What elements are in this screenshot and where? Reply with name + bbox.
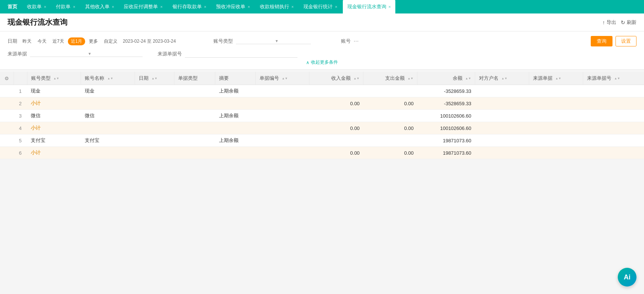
row-doc-type — [174, 122, 215, 134]
account-label: 账号 — [341, 38, 351, 45]
collapse-label: 收起更多条件 — [311, 59, 338, 66]
row-doc-num — [255, 134, 309, 147]
sort-expense-icon[interactable]: ▲▼ — [407, 77, 413, 80]
close-tab-bank-deposit-icon[interactable]: × — [204, 4, 206, 9]
nav-tab-adjustment[interactable]: 应收应付调整单 × — [119, 0, 167, 13]
nav-tab-stats[interactable]: 现金银行统计 × — [299, 0, 342, 13]
nav-tab-verify[interactable]: 收款核销执行 × — [255, 0, 298, 13]
row-summary: 上期余额 — [215, 134, 255, 147]
source-doc-arrow-icon: ▼ — [86, 51, 143, 57]
close-tab-adjustment-icon[interactable]: × — [160, 4, 162, 9]
row-date — [135, 110, 174, 122]
col-income: 收入金额 ▲▼ — [309, 72, 363, 85]
nav-home[interactable]: 首页 — [3, 0, 22, 13]
nav-tab-advance[interactable]: 预收冲应收单 × — [212, 0, 254, 13]
row-account-type: 小计 — [27, 122, 81, 134]
collapse-bar[interactable]: ∧ 收起更多条件 — [8, 58, 636, 66]
table-area: ⚙ 账号类型 ▲▼ 账号名称 ▲▼ 日期 ▲▼ 单据类型 摘要 单 — [0, 72, 644, 159]
account-type-select[interactable]: ▼ — [236, 38, 311, 44]
table-row: 4 小计 0.00 0.00 100102606.60 — [0, 122, 644, 134]
row-income: 0.00 — [309, 147, 363, 159]
nav-tab-other-income[interactable]: 其他收入单 × — [81, 0, 119, 13]
source-doc-num-label: 来源单据号 — [158, 51, 182, 57]
sort-doc-num-icon[interactable]: ▲▼ — [282, 77, 288, 80]
col-counterpart: 对方户名 ▲▼ — [475, 72, 529, 85]
row-index: 1 — [14, 85, 27, 97]
filter-row-2: 来源单据 ▼ 来源单据号 — [8, 50, 636, 58]
account-dots-icon[interactable]: ··· — [354, 38, 359, 45]
close-tab-fukuan-icon[interactable]: × — [73, 4, 75, 9]
row-source-doc — [529, 97, 583, 110]
date-btn-more[interactable]: 更多 — [87, 37, 100, 45]
source-doc-select[interactable]: ▼ — [30, 51, 143, 57]
source-doc-num-filter: 来源单据号 — [158, 50, 297, 58]
row-doc-type — [174, 110, 215, 122]
row-doc-num — [255, 147, 309, 159]
col-balance: 余额 ▲▼ — [417, 72, 475, 85]
account-type-label: 账号类型 — [213, 38, 233, 45]
row-account-name — [81, 147, 135, 159]
row-summary — [215, 122, 255, 134]
row-doc-type — [174, 97, 215, 110]
nav-tab-shokuan[interactable]: 收款单 × — [23, 0, 51, 13]
sort-income-icon[interactable]: ▲▼ — [354, 77, 360, 80]
date-btn-7days[interactable]: 近7天 — [50, 37, 66, 45]
sort-date-icon[interactable]: ▲▼ — [152, 77, 158, 80]
sort-counterpart-icon[interactable]: ▲▼ — [501, 77, 507, 80]
close-tab-other-income-icon[interactable]: × — [112, 4, 114, 9]
page-header: 现金银行流水查询 ↑ 导出 ↻ 刷新 — [0, 13, 644, 31]
row-gear — [0, 85, 14, 97]
settings-button[interactable]: 设置 — [615, 36, 636, 46]
row-source-doc-num — [583, 134, 644, 147]
sort-balance-icon[interactable]: ▲▼ — [465, 77, 471, 80]
table-row: 3 微信 微信 上期余额 100102606.60 — [0, 110, 644, 122]
nav-tab-fukuan[interactable]: 付款单 × — [51, 0, 80, 13]
row-index: 4 — [14, 122, 27, 134]
row-date — [135, 85, 174, 97]
nav-tab-bank-deposit[interactable]: 银行存取款单 × — [168, 0, 211, 13]
row-counterpart — [475, 97, 529, 110]
nav-tab-cashflow[interactable]: 现金银行流水查询 × — [343, 0, 395, 13]
query-button[interactable]: 查询 — [591, 36, 612, 46]
sort-source-doc-num-icon[interactable]: ▲▼ — [614, 77, 620, 80]
sort-account-type-icon[interactable]: ▲▼ — [53, 77, 59, 80]
row-balance: -3528659.33 — [417, 85, 475, 97]
date-btn-today[interactable]: 今天 — [35, 37, 49, 45]
source-doc-num-input[interactable] — [185, 50, 297, 57]
sort-account-name-icon[interactable]: ▲▼ — [107, 77, 113, 80]
close-tab-stats-icon[interactable]: × — [335, 4, 337, 9]
export-button[interactable]: ↑ 导出 — [602, 19, 616, 26]
row-account-name — [81, 122, 135, 134]
row-income — [309, 134, 363, 147]
gear-icon[interactable]: ⚙ — [5, 76, 9, 81]
date-btn-1month[interactable]: 近1月 — [68, 37, 86, 45]
close-tab-advance-icon[interactable]: × — [248, 4, 250, 9]
row-date — [135, 122, 174, 134]
row-counterpart — [475, 85, 529, 97]
row-gear — [0, 110, 14, 122]
refresh-button[interactable]: ↻ 刷新 — [621, 19, 636, 26]
date-range-text: 2023-02-24 至 2023-03-24 — [123, 38, 176, 45]
date-btn-yesterday[interactable]: 昨天 — [20, 37, 34, 45]
date-btn-custom[interactable]: 自定义 — [102, 37, 120, 45]
close-tab-cashflow-icon[interactable]: × — [389, 4, 391, 9]
row-expense: 0.00 — [363, 147, 417, 159]
row-expense: 0.00 — [363, 97, 417, 110]
source-doc-label: 来源单据 — [8, 51, 27, 57]
close-tab-verify-icon[interactable]: × — [291, 4, 294, 9]
row-source-doc — [529, 147, 583, 159]
row-index: 3 — [14, 110, 27, 122]
row-source-doc — [529, 110, 583, 122]
col-gear: ⚙ — [0, 72, 14, 85]
nav-home-label: 首页 — [8, 3, 17, 10]
row-counterpart — [475, 122, 529, 134]
sort-source-doc-icon[interactable]: ▲▼ — [555, 77, 561, 80]
row-account-type: 微信 — [27, 110, 81, 122]
row-doc-num — [255, 85, 309, 97]
close-tab-shokuan-icon[interactable]: × — [44, 4, 46, 9]
row-gear — [0, 122, 14, 134]
row-income — [309, 110, 363, 122]
row-summary — [215, 147, 255, 159]
col-date: 日期 ▲▼ — [135, 72, 174, 85]
row-income — [309, 85, 363, 97]
